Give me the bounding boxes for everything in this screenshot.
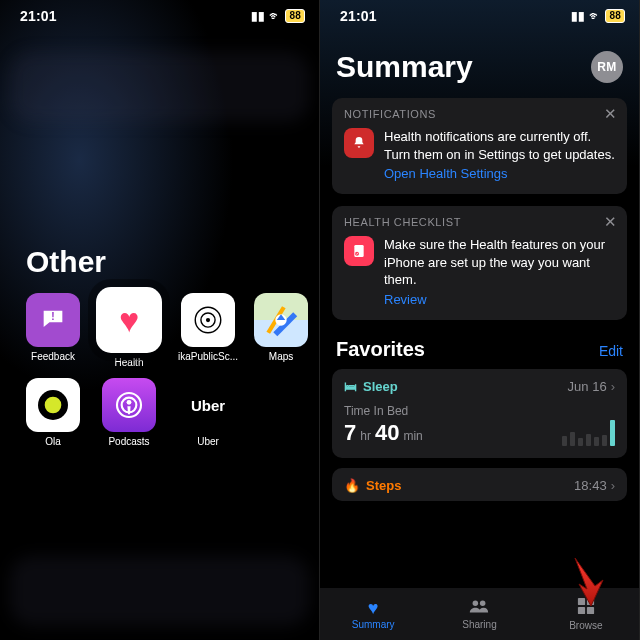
app-label: Uber xyxy=(178,436,238,447)
tab-label: Browse xyxy=(569,620,602,631)
tile-name: Sleep xyxy=(363,379,398,394)
svg-text:!: ! xyxy=(51,309,55,322)
signal-icon: ▮▮ xyxy=(571,9,585,23)
app-label: Health xyxy=(96,357,162,368)
wifi-icon: ᯤ xyxy=(589,9,601,23)
tab-sharing[interactable]: Sharing xyxy=(426,588,532,640)
status-indicators: ▮▮ ᯤ 88 xyxy=(251,9,305,23)
app-label: ikaPublicSc... xyxy=(178,351,238,362)
summary-header: Summary RM xyxy=(336,50,623,84)
health-app-icon: ♥ xyxy=(96,287,162,353)
app-feedback[interactable]: ! Feedback xyxy=(26,293,80,368)
svg-rect-16 xyxy=(578,607,585,614)
svg-point-6 xyxy=(45,397,62,414)
status-time: 21:01 xyxy=(340,8,377,24)
status-bar: 21:01 ▮▮ ᯤ 88 xyxy=(320,0,639,28)
card-text: Make sure the Health features on your iP… xyxy=(384,236,615,289)
tile-time: 18:43 xyxy=(574,478,607,493)
folder-title: Other xyxy=(26,245,295,279)
signal-icon: ▮▮ xyxy=(251,9,265,23)
app-health[interactable]: ♥ Health xyxy=(96,293,162,368)
school-app-icon xyxy=(181,293,235,347)
battery-indicator: 88 xyxy=(605,9,625,23)
app-label: Podcasts xyxy=(96,436,162,447)
mins-unit: min xyxy=(403,429,422,443)
svg-point-13 xyxy=(480,601,486,607)
maps-app-icon xyxy=(254,293,308,347)
sleep-sparkline xyxy=(562,416,615,446)
ola-app-icon xyxy=(26,378,80,432)
status-bar: 21:01 ▮▮ ᯤ 88 xyxy=(0,0,319,28)
card-text: Health notifications are currently off. … xyxy=(384,128,615,163)
sleep-value: 7 hr 40 min xyxy=(344,420,423,446)
flame-icon: 🔥 xyxy=(344,478,360,493)
svg-rect-14 xyxy=(578,598,585,605)
phone-folder-screen: 21:01 ▮▮ ᯤ 88 Other ! Feedback ♥ Health xyxy=(0,0,320,640)
edit-favorites-link[interactable]: Edit xyxy=(599,343,623,359)
wifi-icon: ᯤ xyxy=(269,9,281,23)
heart-icon: ♥ xyxy=(368,599,379,617)
summary-scroll[interactable]: NOTIFICATIONS ✕ Health notifications are… xyxy=(332,98,627,588)
app-label: Feedback xyxy=(26,351,80,362)
dock-blur xyxy=(10,556,309,626)
page-title: Summary xyxy=(336,50,473,84)
tile-subtitle: Time In Bed xyxy=(344,404,423,418)
app-label: Ola xyxy=(26,436,80,447)
card-caption: NOTIFICATIONS xyxy=(344,108,615,120)
app-podcasts[interactable]: Podcasts xyxy=(96,378,162,447)
favorites-title: Favorites xyxy=(336,338,425,361)
people-icon xyxy=(468,598,490,617)
svg-point-12 xyxy=(473,601,479,607)
tab-label: Summary xyxy=(352,619,395,630)
battery-indicator: 88 xyxy=(285,9,305,23)
checklist-icon xyxy=(344,236,374,266)
card-caption: HEALTH CHECKLIST xyxy=(344,216,615,228)
checklist-card: HEALTH CHECKLIST ✕ Make sure the Health … xyxy=(332,206,627,320)
bed-icon: 🛏 xyxy=(344,379,357,394)
podcasts-app-icon xyxy=(102,378,156,432)
app-maps[interactable]: Maps xyxy=(254,293,308,368)
bell-icon xyxy=(344,128,374,158)
svg-rect-15 xyxy=(587,598,594,605)
tile-date: Jun 16 xyxy=(568,379,607,394)
review-link[interactable]: Review xyxy=(384,292,427,307)
app-school[interactable]: ikaPublicSc... xyxy=(178,293,238,368)
app-grid: ! Feedback ♥ Health ikaPublicSc... xyxy=(26,293,295,447)
feedback-app-icon: ! xyxy=(26,293,80,347)
sleep-tile[interactable]: 🛏 Sleep Jun 16 › Time In Bed 7 hr 40 min xyxy=(332,369,627,458)
notifications-card: NOTIFICATIONS ✕ Health notifications are… xyxy=(332,98,627,194)
background-blur xyxy=(10,52,309,122)
chevron-right-icon: › xyxy=(611,478,615,493)
tab-bar: ♥ Summary Sharing Browse xyxy=(320,588,639,640)
tab-label: Sharing xyxy=(462,619,496,630)
grid-icon xyxy=(577,597,595,618)
steps-tile[interactable]: 🔥 Steps 18:43 › xyxy=(332,468,627,501)
open-health-settings-link[interactable]: Open Health Settings xyxy=(384,166,508,181)
close-icon[interactable]: ✕ xyxy=(604,214,617,229)
svg-rect-17 xyxy=(587,607,594,614)
uber-app-icon: Uber xyxy=(181,378,235,432)
close-icon[interactable]: ✕ xyxy=(604,106,617,121)
hours-value: 7 xyxy=(344,420,356,446)
svg-point-9 xyxy=(127,400,132,405)
chevron-right-icon: › xyxy=(611,379,615,394)
tab-summary[interactable]: ♥ Summary xyxy=(320,588,426,640)
heart-icon: ♥ xyxy=(119,301,139,340)
hours-unit: hr xyxy=(360,429,371,443)
profile-avatar[interactable]: RM xyxy=(591,51,623,83)
app-uber[interactable]: Uber Uber xyxy=(178,378,238,447)
status-indicators: ▮▮ ᯤ 88 xyxy=(571,9,625,23)
phone-health-screen: 21:01 ▮▮ ᯤ 88 Summary RM NOTIFICATIONS ✕… xyxy=(320,0,640,640)
svg-point-3 xyxy=(206,318,210,322)
tab-browse[interactable]: Browse xyxy=(533,588,639,640)
app-label: Maps xyxy=(254,351,308,362)
favorites-header: Favorites Edit xyxy=(336,338,623,361)
status-time: 21:01 xyxy=(20,8,57,24)
app-ola[interactable]: Ola xyxy=(26,378,80,447)
mins-value: 40 xyxy=(375,420,399,446)
tile-name: Steps xyxy=(366,478,401,493)
app-folder: Other ! Feedback ♥ Health ikaPublicSc... xyxy=(26,245,295,447)
